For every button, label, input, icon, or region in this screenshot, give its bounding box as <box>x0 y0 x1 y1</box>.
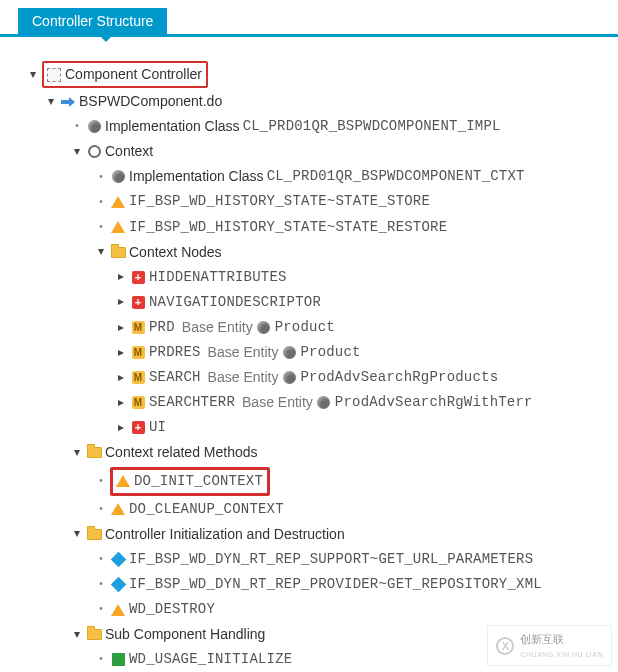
expand-icon[interactable]: ▾ <box>71 443 83 463</box>
tree-row[interactable]: • WD_DESTROY <box>6 597 612 622</box>
tree-row[interactable]: ▸ M PRDRES Base Entity Product <box>6 340 612 365</box>
tree-row[interactable]: • DO_CLEANUP_CONTEXT <box>6 497 612 522</box>
method-name: IF_BSP_WD_DYN_RT_REP_SUPPORT~GET_URL_PAR… <box>129 548 533 571</box>
method-name: IF_BSP_WD_HISTORY_STATE~STATE_STORE <box>129 190 430 213</box>
m-icon: M <box>130 370 146 386</box>
sub-label: Base Entity <box>242 391 313 414</box>
arrow-right-icon <box>60 94 76 110</box>
tree-row[interactable]: ▸ M PRD Base Entity Product <box>6 315 612 340</box>
folder-icon <box>86 445 102 461</box>
bullet-icon: • <box>95 473 107 490</box>
tree-row[interactable]: ▾ Context <box>6 139 612 164</box>
tree-row[interactable]: • Implementation Class CL_PRD01QR_BSPWDC… <box>6 114 612 139</box>
triangle-icon <box>110 194 126 210</box>
expand-icon[interactable]: ▾ <box>71 142 83 162</box>
tree-row[interactable]: ▸ + NAVIGATIONDESCRIPTOR <box>6 290 612 315</box>
method-name: DO_INIT_CONTEXT <box>134 470 263 493</box>
triangle-icon <box>110 219 126 235</box>
tree-row[interactable]: ▸ + HIDDENATTRIBUTES <box>6 265 612 290</box>
tab-bar: Controller Structure <box>0 0 618 37</box>
watermark-logo-icon: X <box>496 637 514 655</box>
tree: ▾ Component Controller ▾ BSPWDComponent.… <box>0 42 618 672</box>
expand-icon[interactable]: ▾ <box>71 625 83 645</box>
expand-icon[interactable]: ▸ <box>115 292 127 312</box>
method-name: WD_USAGE_INITIALIZE <box>129 648 292 671</box>
ball-icon <box>281 370 297 386</box>
folder-label: Context related Methods <box>105 441 258 464</box>
expand-icon[interactable]: ▾ <box>27 65 39 85</box>
expand-icon[interactable]: ▸ <box>115 393 127 413</box>
tab-controller-structure[interactable]: Controller Structure <box>18 8 167 34</box>
bullet-icon: • <box>95 219 107 236</box>
ball-icon <box>281 345 297 361</box>
sub-label: Base Entity <box>208 341 279 364</box>
node-name: PRDRES <box>149 341 201 364</box>
green-square-icon <box>110 652 126 668</box>
tree-row[interactable]: • DO_INIT_CONTEXT <box>6 466 612 497</box>
entity-name: Product <box>300 341 360 364</box>
node-name: NAVIGATIONDESCRIPTOR <box>149 291 321 314</box>
impl-class: CL_PRD01QR_BSPWDCOMPONENT_CTXT <box>267 165 525 188</box>
sub-label: Base Entity <box>182 316 253 339</box>
triangle-icon <box>110 602 126 618</box>
method-name: WD_DESTROY <box>129 598 215 621</box>
watermark-text: 创新互联 <box>520 633 564 645</box>
triangle-icon <box>110 501 126 517</box>
bullet-icon: • <box>95 651 107 668</box>
expand-icon[interactable]: ▾ <box>45 92 57 112</box>
root-label: Component Controller <box>65 63 202 86</box>
ball-icon <box>316 395 332 411</box>
plus-icon: + <box>130 269 146 285</box>
tree-row[interactable]: • IF_BSP_WD_HISTORY_STATE~STATE_RESTORE <box>6 215 612 240</box>
tree-row[interactable]: ▾ Context related Methods <box>6 440 612 465</box>
plus-icon: + <box>130 294 146 310</box>
expand-icon[interactable]: ▸ <box>115 318 127 338</box>
expand-icon[interactable]: ▾ <box>71 524 83 544</box>
expand-icon[interactable]: ▸ <box>115 343 127 363</box>
ball-icon <box>256 319 272 335</box>
node-name: UI <box>149 416 166 439</box>
bullet-icon: • <box>95 601 107 618</box>
tree-row[interactable]: • Implementation Class CL_PRD01QR_BSPWDC… <box>6 164 612 189</box>
node-name: PRD <box>149 316 175 339</box>
bullet-icon: • <box>95 194 107 211</box>
diamond-icon <box>110 576 126 592</box>
folder-icon <box>86 526 102 542</box>
impl-label: Implementation Class <box>105 115 240 138</box>
bullet-icon: • <box>71 118 83 135</box>
tree-row[interactable]: • IF_BSP_WD_DYN_RT_REP_SUPPORT~GET_URL_P… <box>6 547 612 572</box>
expand-icon[interactable]: ▸ <box>115 267 127 287</box>
context-label: Context <box>105 140 153 163</box>
method-name: DO_CLEANUP_CONTEXT <box>129 498 284 521</box>
diamond-icon <box>110 551 126 567</box>
tree-row[interactable]: ▸ M SEARCH Base Entity ProdAdvSearchRgPr… <box>6 365 612 390</box>
bullet-icon: • <box>95 501 107 518</box>
bullet-icon: • <box>95 169 107 186</box>
tree-row[interactable]: ▾ Context Nodes <box>6 240 612 265</box>
watermark-sub: CHUANG XIN HU LIAN <box>520 651 603 658</box>
tree-row[interactable]: ▸ + UI <box>6 415 612 440</box>
impl-class: CL_PRD01QR_BSPWDCOMPONENT_IMPL <box>243 115 501 138</box>
entity-name: ProdAdvSearchRgProducts <box>300 366 498 389</box>
node-name: SEARCH <box>149 366 201 389</box>
component-icon <box>46 67 62 83</box>
ball-icon <box>86 119 102 135</box>
tree-row[interactable]: ▾ BSPWDComponent.do <box>6 89 612 114</box>
folder-label: Controller Initialization and Destructio… <box>105 523 345 546</box>
tree-row[interactable]: • IF_BSP_WD_HISTORY_STATE~STATE_STORE <box>6 189 612 214</box>
triangle-icon <box>115 473 131 489</box>
expand-icon[interactable]: ▾ <box>95 242 107 262</box>
tree-row[interactable]: ▾ Controller Initialization and Destruct… <box>6 522 612 547</box>
folder-icon <box>110 244 126 260</box>
tree-row[interactable]: • IF_BSP_WD_DYN_RT_REP_PROVIDER~GET_REPO… <box>6 572 612 597</box>
entity-name: Product <box>275 316 335 339</box>
tree-row[interactable]: ▸ M SEARCHTERR Base Entity ProdAdvSearch… <box>6 390 612 415</box>
tree-row-root[interactable]: ▾ Component Controller <box>6 60 612 89</box>
sub-label: Base Entity <box>208 366 279 389</box>
plus-icon: + <box>130 420 146 436</box>
node-label: BSPWDComponent.do <box>79 90 222 113</box>
ring-icon <box>86 144 102 160</box>
expand-icon[interactable]: ▸ <box>115 368 127 388</box>
method-name: IF_BSP_WD_HISTORY_STATE~STATE_RESTORE <box>129 216 447 239</box>
expand-icon[interactable]: ▸ <box>115 418 127 438</box>
